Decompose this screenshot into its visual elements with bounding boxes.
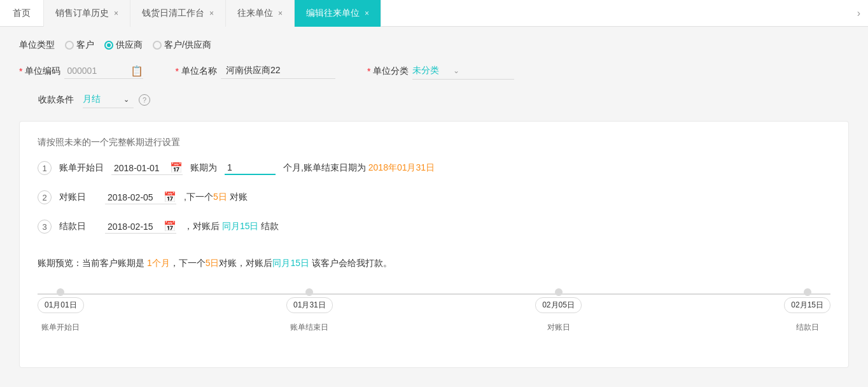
radio-supplier-circle [104,41,113,50]
unit-code-input[interactable] [64,63,128,78]
preview-text: 账期预览：当前客户账期是 1个月，下一个5日对账，对账后同月15日 该客户会给我… [38,258,830,269]
unit-category-group: * 单位分类 未分类 ⌄ [367,62,514,80]
payment-date-input[interactable] [105,220,162,233]
timeline-dot-3 [555,288,563,296]
tab-partner-list[interactable]: 往来单位 × [226,0,295,27]
radio-both[interactable]: 客户/供应商 [153,39,211,51]
period-suffix-1b: 个月,账单结束日期为 2018年01月31日 [283,162,435,174]
preview-payment-day: 同月15日 [272,258,309,268]
tab-cash-workbench-close[interactable]: × [209,9,214,18]
payment-condition-row: 收款条件 月结 ⌄ ? [38,91,849,108]
payment-condition-chevron: ⌄ [123,95,129,104]
timeline-label-4: 结款日 [796,322,819,333]
tab-home-label: 首页 [13,8,31,19]
unit-category-select[interactable]: 未分类 ⌄ [412,62,514,80]
tab-edit-partner-label: 编辑往来单位 [306,8,360,19]
period-suffix-3: ，对账后 同月15日 结款 [184,221,279,232]
period-suffix-1a: 账期为 [190,162,217,174]
unit-type-row: 单位类型 客户 供应商 客户/供应商 [19,39,849,51]
period-row-2: 2 对账日 📅 ,下一个5日 对账 [38,190,830,204]
timeline-label-2: 账单结束日 [290,322,328,333]
preview-day: 5日 [206,258,220,268]
tab-edit-partner-close[interactable]: × [365,9,369,18]
radio-both-label: 客户/供应商 [164,39,211,51]
tabs-bar: 首页 销售订单历史 × 钱货日清工作台 × 往来单位 × 编辑往来单位 × › [0,0,868,27]
preview-months: 1个月 [147,258,170,268]
radio-supplier-label: 供应商 [116,39,143,51]
timeline-node-3: 02月05日 对账日 [535,288,582,333]
period-row-3: 3 结款日 📅 ，对账后 同月15日 结款 [38,220,830,234]
timeline-badge-1: 01月01日 [38,297,84,313]
unit-code-input-wrap: 📋 [64,63,143,79]
unit-code-required: * [19,66,22,76]
unit-type-label: 单位类型 [19,39,55,51]
timeline-node-2: 01月31日 账单结束日 [286,288,333,333]
help-icon[interactable]: ? [139,94,150,106]
unit-name-label: 单位名称 [181,66,217,77]
period-row-1: 1 账单开始日 📅 账期为 个月,账单结束日期为 2018年01月31日 [38,161,830,175]
timeline-label-3: 对账日 [547,322,570,333]
main-card: 请按照未来的一个完整帐期进行设置 1 账单开始日 📅 账期为 个月,账单结束日期… [19,121,849,368]
radio-both-circle [153,41,162,50]
timeline-dot-2 [305,288,313,296]
tab-home[interactable]: 首页 [0,0,44,27]
timeline: 01月01日 账单开始日 01月31日 账单结束日 02月05日 对账日 02月… [38,282,830,352]
radio-customer-circle [65,41,74,50]
timeline-dot-4 [804,288,811,296]
payment-date-calendar-icon[interactable]: 📅 [164,220,176,232]
start-date-calendar-icon[interactable]: 📅 [170,162,183,174]
tab-sales-history-label: 销售订单历史 [55,8,109,19]
tab-edit-partner[interactable]: 编辑往来单位 × [295,0,381,27]
period-label-1: 账单开始日 [59,162,104,174]
tab-partner-list-label: 往来单位 [237,8,273,19]
tab-partner-list-close[interactable]: × [278,9,283,18]
preview-section: 账期预览：当前客户账期是 1个月，下一个5日对账，对账后同月15日 该客户会给我… [38,249,830,352]
payment-date-wrap: 📅 [105,220,176,234]
timeline-label-1: 账单开始日 [41,322,80,333]
tab-cash-workbench-label: 钱货日清工作台 [142,8,204,19]
period-label-3: 结款日 [59,221,97,232]
unit-info-row: * 单位编码 📋 * 单位名称 * 单位分类 未分类 ⌄ [19,62,849,80]
tabs-scroll-right[interactable]: › [850,8,868,19]
unit-category-required: * [367,66,370,76]
radio-customer-label: 客户 [76,39,94,51]
tab-sales-history-close[interactable]: × [114,9,118,18]
start-date-wrap: 📅 [111,162,183,175]
payment-condition-value: 月结 [83,91,121,108]
unit-name-required: * [175,66,178,76]
period-suffix-2: ,下一个5日 对账 [184,192,248,203]
months-input[interactable] [225,161,276,175]
payment-condition-label: 收款条件 [38,94,74,106]
period-num-1: 1 [38,161,52,175]
start-date-input[interactable] [111,162,169,174]
card-subtitle: 请按照未来的一个完整帐期进行设置 [38,137,830,148]
timeline-badge-3: 02月05日 [535,297,582,313]
unit-category-value: 未分类 [412,62,451,79]
timeline-badge-2: 01月31日 [286,297,333,313]
radio-supplier[interactable]: 供应商 [104,39,143,51]
reconcile-date-calendar-icon[interactable]: 📅 [164,191,176,203]
timeline-node-4: 02月15日 结款日 [784,288,830,333]
reconcile-date-wrap: 📅 [105,191,176,204]
timeline-node-1: 01月01日 账单开始日 [38,288,84,333]
unit-name-input[interactable] [221,63,335,79]
reconcile-date-input[interactable] [105,191,162,204]
content-area: 单位类型 客户 供应商 客户/供应商 * 单位编码 📋 [0,27,868,387]
radio-customer[interactable]: 客户 [65,39,94,51]
tab-cash-workbench[interactable]: 钱货日清工作台 × [130,0,226,27]
unit-code-group: * 单位编码 📋 [19,63,143,79]
unit-category-chevron: ⌄ [453,66,459,75]
unit-code-label: 单位编码 [25,66,60,77]
timeline-line [38,293,830,295]
unit-category-label: 单位分类 [373,66,409,77]
tab-sales-history[interactable]: 销售订单历史 × [44,0,130,27]
timeline-dot-1 [57,288,64,296]
period-num-2: 2 [38,190,52,204]
unit-type-radio-group: 客户 供应商 客户/供应商 [65,39,211,51]
unit-name-group: * 单位名称 [175,63,335,79]
unit-code-copy-icon[interactable]: 📋 [130,65,143,77]
timeline-badge-4: 02月15日 [784,297,830,313]
period-num-3: 3 [38,220,52,234]
period-label-2: 对账日 [59,192,97,203]
payment-condition-select[interactable]: 月结 ⌄ [83,91,134,108]
